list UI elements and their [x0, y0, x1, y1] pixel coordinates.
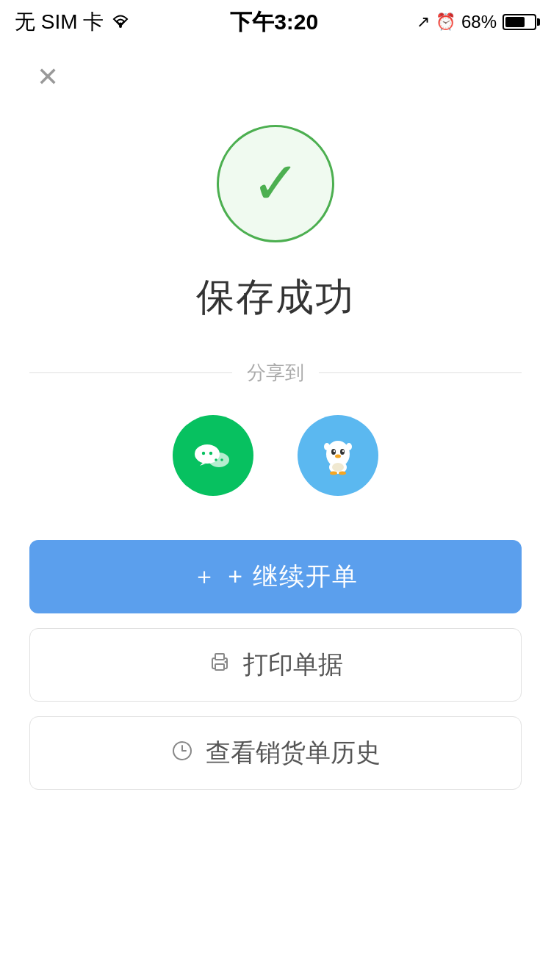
plus-icon: ＋: [192, 561, 216, 593]
share-divider: 分享到: [29, 360, 522, 386]
history-label: 查看销货单历史: [206, 736, 381, 770]
wechat-icon: [190, 432, 237, 479]
print-button[interactable]: 打印单据: [29, 628, 522, 702]
qq-share-button[interactable]: [298, 415, 378, 496]
share-icons-row: [173, 415, 378, 496]
close-button-container: ✕: [29, 59, 522, 96]
svg-point-12: [335, 455, 341, 458]
alarm-icon: ⏰: [436, 12, 455, 32]
svg-point-2: [209, 453, 229, 467]
checkmark-icon: ✓: [251, 154, 300, 213]
status-left: 无 SIM 卡: [15, 8, 132, 36]
svg-point-4: [209, 452, 212, 455]
svg-point-6: [220, 458, 223, 461]
svg-point-17: [324, 443, 330, 450]
qq-icon: [316, 433, 360, 478]
wifi-icon: [109, 10, 132, 34]
main-content: ✕ ✓ 保存成功 分享到: [0, 44, 551, 804]
close-icon: ✕: [37, 64, 59, 90]
history-icon: [170, 739, 194, 768]
svg-point-16: [339, 472, 346, 475]
status-right: ↗ ⏰ 68%: [417, 12, 536, 32]
svg-point-0: [119, 25, 122, 28]
divider-right: [319, 372, 522, 373]
wechat-share-button[interactable]: [173, 415, 253, 496]
svg-point-8: [331, 449, 336, 455]
print-label: 打印单据: [243, 648, 343, 682]
status-bar: 无 SIM 卡 下午3:20 ↗ ⏰ 68%: [0, 0, 551, 44]
share-label: 分享到: [247, 360, 304, 386]
action-buttons: ＋ + 继续开单 打印单据 查看销货单历: [29, 540, 522, 790]
divider-left: [29, 372, 232, 373]
status-time: 下午3:20: [230, 7, 318, 37]
continue-order-button[interactable]: ＋ + 继续开单: [29, 540, 522, 613]
no-sim-text: 无 SIM 卡: [15, 8, 104, 36]
svg-point-3: [202, 452, 205, 455]
battery-percentage: 68%: [461, 12, 497, 32]
svg-point-15: [330, 472, 337, 475]
svg-point-9: [340, 449, 345, 455]
svg-point-18: [346, 443, 352, 450]
history-button[interactable]: 查看销货单历史: [29, 716, 522, 790]
continue-order-label: + 继续开单: [228, 560, 358, 594]
svg-point-14: [332, 463, 344, 472]
svg-point-5: [215, 458, 217, 461]
svg-rect-20: [215, 654, 224, 660]
location-icon: ↗: [417, 12, 430, 32]
svg-point-10: [334, 450, 335, 452]
battery-indicator: [503, 14, 536, 30]
print-icon: [208, 651, 231, 680]
svg-point-22: [225, 660, 227, 663]
success-icon-circle: ✓: [217, 125, 334, 242]
success-title: 保存成功: [196, 272, 355, 323]
svg-point-11: [342, 450, 344, 452]
svg-rect-21: [215, 664, 224, 670]
close-button[interactable]: ✕: [29, 59, 66, 96]
